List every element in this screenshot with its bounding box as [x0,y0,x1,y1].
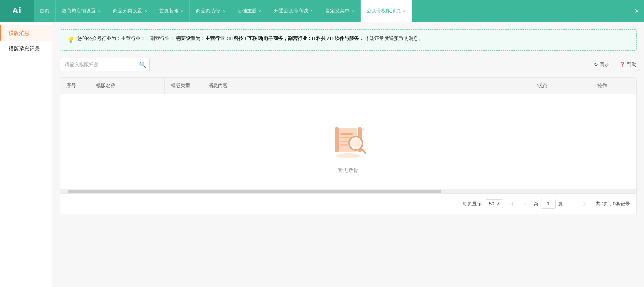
nav-tab-template-msg[interactable]: 公众号模版消息× [361,0,412,22]
page-size-chevron-icon: ∨ [496,201,500,207]
close-tab-custom-menu-icon[interactable]: × [352,8,354,13]
svg-rect-2 [335,127,339,152]
page-prev-button[interactable]: ‹ [520,199,530,209]
page-first-button[interactable]: ⟨⟨ [507,199,517,209]
page-current-wrap: 第 页 [534,199,563,209]
notice-banner: 💡 您的公众号行业为：主营行业：，副营行业： 需要设置为：主营行业：IT科技 /… [60,29,637,51]
page-number-input[interactable] [541,199,556,209]
page-last-button[interactable]: ⟩⟩ [580,199,590,209]
th-status: 状态 [531,78,591,94]
search-button[interactable]: 🔍 [139,61,147,68]
horizontal-scrollbar[interactable] [60,189,636,193]
help-icon: ❓ [619,62,625,67]
close-tab-template-msg-icon[interactable]: × [403,8,406,13]
sync-button[interactable]: ↻ 同步 [594,61,609,68]
svg-rect-7 [340,144,348,146]
svg-rect-4 [340,133,353,135]
content-area: 💡 您的公众号行业为：主营行业：，副营行业： 需要设置为：主营行业：IT科技 /… [52,22,644,287]
close-tab-product-decor-icon[interactable]: × [222,8,225,13]
search-input[interactable] [60,58,150,71]
empty-state: 暂无数据 [60,94,636,189]
page-size-select[interactable]: 50 ∨ [486,199,503,208]
search-bar: 🔍 ↻ 同步 | ❓ 帮助 [60,58,637,71]
nav-tab-home[interactable]: 首页 [34,0,56,22]
svg-point-12 [366,132,367,134]
close-tab-theme-icon[interactable]: × [259,8,262,13]
svg-point-0 [335,153,361,158]
nav-tabs: 首页微商城店铺设置×商品分类设置×首页装修×商品页装修×店铺主题×开通公众号商城… [34,0,629,22]
nav-tab-category[interactable]: 商品分类设置× [107,0,153,22]
close-all-button[interactable]: ✕ [629,0,644,22]
sync-icon: ↻ [594,62,598,67]
nav-tab-home-decor[interactable]: 首页装修× [153,0,190,22]
sidebar-item-template-log[interactable]: 模版消息记录 [0,41,52,57]
page-size-label: 每页显示 [462,201,482,207]
th-name: 模版名称 [90,78,165,94]
nav-tab-weshop[interactable]: 微商城店铺设置× [56,0,107,22]
toolbar-right: ↻ 同步 | ❓ 帮助 [594,61,637,68]
svg-point-9 [351,139,360,148]
empty-text: 暂无数据 [338,167,359,174]
top-nav: Ai 首页微商城店铺设置×商品分类设置×首页装修×商品页装修×店铺主题×开通公众… [0,0,644,22]
scrollbar-thumb[interactable] [68,190,441,193]
notice-text: 您的公众号行业为：主营行业：，副营行业： 需要设置为：主营行业：IT科技 / 互… [77,35,423,43]
page-unit: 页 [558,201,563,207]
toolbar-divider: | [614,62,615,67]
sidebar: 模版消息模版消息记录 [0,22,52,287]
empty-illustration [326,116,371,161]
th-type: 模版类型 [165,78,202,94]
nav-tab-open-mall[interactable]: 开通公众号商城× [268,0,319,22]
notice-icon: 💡 [67,35,74,45]
svg-rect-5 [340,137,351,138]
table-header: 序号 模版名称 模版类型 消息内容 状态 操作 [60,78,636,94]
nav-tab-custom-menu[interactable]: 自定义菜单× [319,0,361,22]
page-size-value: 50 [489,201,494,207]
nav-tab-theme[interactable]: 店铺主题× [231,0,268,22]
page-label: 第 [534,201,539,207]
page-next-button[interactable]: › [567,199,576,209]
close-tab-weshop-icon[interactable]: × [98,8,101,13]
svg-point-11 [362,128,364,131]
nav-tab-product-decor[interactable]: 商品页装修× [190,0,231,22]
svg-point-13 [361,125,362,126]
page-total: 共0页，0条记录 [596,201,630,207]
close-tab-open-mall-icon[interactable]: × [310,8,313,13]
close-tab-category-icon[interactable]: × [144,8,147,13]
logo: Ai [0,0,34,22]
close-tab-home-decor-icon[interactable]: × [181,8,184,13]
th-seq: 序号 [60,78,90,94]
search-input-wrap: 🔍 [60,58,150,71]
th-content: 消息内容 [202,78,531,94]
main-layout: 模版消息模版消息记录 💡 您的公众号行业为：主营行业：，副营行业： 需要设置为：… [0,22,644,287]
pagination: 每页显示 50 ∨ ⟨⟨ ‹ 第 页 › ⟩⟩ 共0页，0条记录 [60,193,636,214]
sidebar-item-template-msg[interactable]: 模版消息 [0,25,52,41]
table-wrap: 序号 模版名称 模版类型 消息内容 状态 操作 [60,77,637,214]
help-button[interactable]: ❓ 帮助 [619,61,637,68]
th-action: 操作 [591,78,636,94]
